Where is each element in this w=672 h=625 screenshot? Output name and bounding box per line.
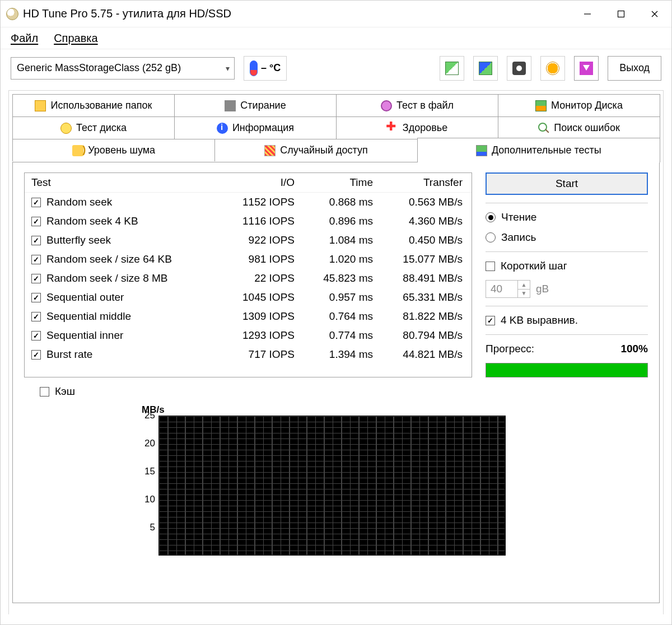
- table-row: Burst rate717 IOPS1.394 ms44.821 MB/s: [25, 345, 472, 364]
- tab-label: Поиск ошибок: [554, 122, 620, 134]
- test-transfer: 65.331 MB/s: [373, 291, 463, 304]
- row-checkbox[interactable]: [31, 350, 41, 360]
- save-icon: [580, 62, 593, 75]
- tab-label: Информация: [232, 122, 294, 134]
- test-time: 45.823 ms: [295, 272, 373, 284]
- test-transfer: 4.360 MB/s: [373, 215, 463, 227]
- table-row: Random seek1152 IOPS0.868 ms0.563 MB/s: [25, 193, 472, 212]
- checkbox-icon: [40, 387, 49, 397]
- short-stroke-checkbox[interactable]: Короткий шаг: [486, 260, 648, 272]
- test-transfer: 0.450 MB/s: [373, 234, 463, 246]
- table-row: Random seek / size 8 MB22 IOPS45.823 ms8…: [25, 269, 472, 288]
- chevron-up-icon: ▲: [518, 281, 530, 290]
- test-io: 1152 IOPS: [211, 196, 295, 208]
- tab-noise[interactable]: Уровень шума: [12, 139, 215, 161]
- test-name: Burst rate: [46, 348, 92, 361]
- menu-help[interactable]: Справка: [54, 32, 97, 45]
- exit-button[interactable]: Выход: [608, 56, 661, 81]
- header-io: I/O: [211, 176, 295, 189]
- test-time: 0.896 ms: [295, 215, 373, 227]
- tab-label: Использование папок: [50, 100, 152, 111]
- copy-info-button[interactable]: [473, 56, 498, 81]
- save-button[interactable]: [574, 56, 599, 81]
- row-checkbox[interactable]: [31, 293, 41, 302]
- tabs-row-3: Уровень шума Случайный доступ Дополнител…: [12, 139, 660, 162]
- tab-disk-monitor[interactable]: Монитор Диска: [498, 94, 660, 116]
- table-row: Butterfly seek922 IOPS1.084 ms0.450 MB/s: [25, 231, 472, 250]
- lightbulb-icon: [381, 100, 392, 111]
- maximize-button[interactable]: [604, 1, 638, 27]
- progress-label-text: Прогресс:: [486, 343, 534, 355]
- align-4kb-checkbox[interactable]: 4 KB выравнив.: [486, 314, 648, 327]
- spinner-value: 40: [491, 283, 502, 295]
- mode-read-radio[interactable]: Чтение: [486, 211, 648, 223]
- titlebar: HD Tune Pro 5.75 - утилита для HD/SSD: [1, 1, 671, 27]
- tab-error-scan[interactable]: Поиск ошибок: [498, 116, 660, 139]
- test-name: Sequential outer: [46, 291, 124, 304]
- chart-ytick: 5: [150, 522, 155, 533]
- device-select[interactable]: Generic MassStorageClass (252 gB) ▾: [11, 57, 235, 80]
- gears-icon: [546, 62, 559, 75]
- row-checkbox[interactable]: [31, 331, 41, 341]
- minimize-icon: [584, 10, 591, 18]
- content-frame: Использование папок Стирание Тест в файл…: [8, 90, 664, 614]
- trash-icon: [225, 100, 236, 111]
- close-button[interactable]: [638, 1, 671, 27]
- speaker-icon: [72, 145, 83, 156]
- test-time: 1.394 ms: [295, 348, 373, 361]
- svg-rect-1: [618, 11, 624, 17]
- row-checkbox[interactable]: [31, 217, 41, 226]
- copy-results-button[interactable]: [440, 56, 464, 81]
- mode-write-radio[interactable]: Запись: [486, 231, 648, 244]
- checkbox-label: Кэш: [55, 385, 75, 398]
- test-name: Sequential middle: [46, 310, 131, 323]
- thermometer-icon: [250, 60, 258, 76]
- toolbar: Generic MassStorageClass (252 gB) ▾ – °C…: [1, 49, 671, 87]
- tab-info[interactable]: Информация: [174, 116, 337, 139]
- test-time: 0.957 ms: [295, 291, 373, 304]
- checkbox-label: 4 KB выравнив.: [501, 314, 578, 327]
- screenshot-button[interactable]: [507, 56, 531, 81]
- start-button[interactable]: Start: [486, 172, 648, 195]
- spinner-arrows[interactable]: ▲▼: [517, 281, 530, 297]
- results-table: Test I/O Time Transfer Random seek1152 I…: [24, 172, 472, 377]
- menu-file[interactable]: Файл: [11, 32, 38, 45]
- test-transfer: 88.491 MB/s: [373, 272, 463, 284]
- test-io: 922 IOPS: [211, 234, 295, 246]
- row-checkbox[interactable]: [31, 198, 41, 207]
- minimize-button[interactable]: [571, 1, 604, 27]
- table-row: Sequential middle1309 IOPS0.764 ms81.822…: [25, 307, 472, 326]
- header-time: Time: [295, 176, 373, 189]
- tab-extra-tests[interactable]: Дополнительные тесты: [417, 138, 660, 162]
- short-stroke-size-spinner[interactable]: 40 ▲▼ gB: [486, 280, 648, 298]
- progress-value: 100%: [620, 343, 648, 355]
- row-checkbox[interactable]: [31, 255, 41, 264]
- side-controls: Start Чтение Запись Короткий шаг: [486, 172, 648, 377]
- row-checkbox[interactable]: [31, 274, 41, 283]
- test-io: 1309 IOPS: [211, 310, 295, 323]
- tabs-row-1: Использование папок Стирание Тест в файл…: [12, 94, 660, 116]
- maximize-icon: [617, 10, 625, 18]
- test-transfer: 80.794 MB/s: [373, 329, 463, 342]
- options-button[interactable]: [540, 56, 565, 81]
- row-checkbox[interactable]: [31, 236, 41, 245]
- test-name: Sequential inner: [46, 329, 123, 342]
- tab-benchmark[interactable]: Тест диска: [12, 116, 175, 139]
- checkbox-icon: [486, 316, 495, 325]
- table-row: Sequential outer1045 IOPS0.957 ms65.331 …: [25, 288, 472, 307]
- tab-health[interactable]: Здоровье: [336, 116, 498, 139]
- tab-file-test[interactable]: Тест в файл: [336, 94, 498, 116]
- chart-icon: [535, 100, 547, 111]
- test-io: 1045 IOPS: [211, 291, 295, 304]
- radio-label: Чтение: [501, 211, 536, 223]
- row-checkbox[interactable]: [31, 312, 41, 321]
- info-icon: [217, 123, 228, 134]
- cache-checkbox[interactable]: Кэш: [40, 385, 648, 398]
- tab-label: Дополнительные тесты: [492, 144, 601, 156]
- tab-random-access[interactable]: Случайный доступ: [214, 139, 417, 161]
- tab-erase[interactable]: Стирание: [174, 94, 337, 116]
- tab-folder-usage[interactable]: Использование папок: [12, 94, 175, 116]
- bulb-icon: [60, 123, 72, 134]
- transfer-chart: MB/s 510152025: [125, 405, 511, 568]
- copy-icon: [445, 62, 459, 75]
